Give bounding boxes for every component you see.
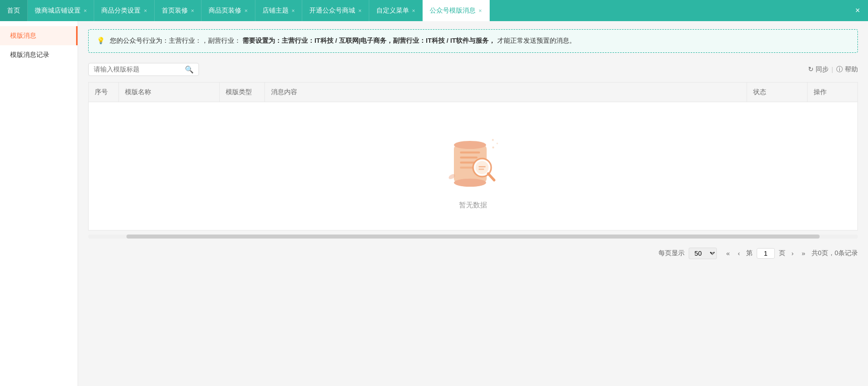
page-size-label: 每页显示 <box>658 249 685 258</box>
nav-tab-shop-theme[interactable]: 店铺主题 × <box>255 0 302 21</box>
svg-point-14 <box>497 142 498 144</box>
page-number-input[interactable] <box>757 248 775 259</box>
sync-icon: ↻ <box>808 65 814 73</box>
svg-rect-12 <box>479 169 484 170</box>
last-page-button[interactable]: » <box>799 249 807 258</box>
svg-point-9 <box>476 161 489 174</box>
empty-illustration: ✦ <box>443 132 503 193</box>
col-index: 序号 <box>89 82 119 102</box>
col-type: 模版类型 <box>220 82 265 102</box>
horizontal-scrollbar[interactable] <box>88 235 858 239</box>
notice-highlight: 需要设置为：主营行业：IT科技 / 互联网|电子商务，副营行业：IT科技 / I… <box>242 37 495 44</box>
svg-point-13 <box>492 146 494 148</box>
close-tab-shop-theme[interactable]: × <box>292 8 295 14</box>
notice-box: 💡 您的公众号行业为：主营行业：，副营行业： 需要设置为：主营行业：IT科技 /… <box>88 29 858 53</box>
table-header-row: 序号 模版名称 模版类型 消息内容 状态 操作 <box>89 82 858 102</box>
sync-button[interactable]: ↻ 同步 <box>808 65 829 74</box>
col-content: 消息内容 <box>265 82 747 102</box>
nav-tab-home[interactable]: 首页 <box>0 0 28 21</box>
sidebar: 模版消息 模版消息记录 <box>0 21 78 386</box>
toolbar-right: ↻ 同步 | ⓘ 帮助 <box>808 65 858 74</box>
close-tab-custom-menu[interactable]: × <box>412 8 415 14</box>
total-label: 共0页，0条记录 <box>812 249 858 258</box>
col-status: 状态 <box>747 82 808 102</box>
close-tab-home-decor[interactable]: × <box>191 8 194 14</box>
toolbar-divider: | <box>832 65 833 73</box>
first-page-button[interactable]: « <box>724 249 731 258</box>
svg-point-3 <box>454 179 486 187</box>
svg-text:✦: ✦ <box>491 138 495 142</box>
toolbar: 🔍 ↻ 同步 | ⓘ 帮助 <box>88 63 858 76</box>
search-icon[interactable]: 🔍 <box>185 65 193 73</box>
close-tab-product-decor[interactable]: × <box>244 8 247 14</box>
nav-tab-open-mall[interactable]: 开通公众号商城 × <box>302 0 369 21</box>
close-all-button[interactable]: × <box>847 6 868 15</box>
sidebar-item-template-msg[interactable]: 模版消息 <box>0 26 78 45</box>
empty-text: 暂无数据 <box>89 201 857 210</box>
help-icon: ⓘ <box>836 65 843 74</box>
svg-line-10 <box>488 174 494 180</box>
search-box: 🔍 <box>88 63 199 76</box>
sidebar-item-template-msg-log[interactable]: 模版消息记录 <box>0 45 78 64</box>
search-input[interactable] <box>94 65 183 73</box>
nav-tab-home-decor[interactable]: 首页装修 × <box>155 0 202 21</box>
data-table: 序号 模版名称 模版类型 消息内容 状态 操作 <box>88 82 858 230</box>
svg-rect-4 <box>460 151 480 153</box>
top-nav: 首页 微商城店铺设置 × 商品分类设置 × 首页装修 × 商品页装修 × 店铺主… <box>0 0 868 21</box>
nav-tab-product-category[interactable]: 商品分类设置 × <box>94 0 154 21</box>
empty-row: ✦ 暂无数据 <box>89 102 858 230</box>
prev-page-button[interactable]: ‹ <box>736 249 742 258</box>
col-action: 操作 <box>808 82 858 102</box>
nav-tab-shop-settings[interactable]: 微商城店铺设置 × <box>28 0 94 21</box>
close-tab-open-mall[interactable]: × <box>358 8 361 14</box>
close-tab-template-msg[interactable]: × <box>479 8 482 14</box>
empty-state: ✦ 暂无数据 <box>89 102 857 230</box>
close-tab-shop-settings[interactable]: × <box>84 8 87 14</box>
col-name: 模版名称 <box>119 82 220 102</box>
next-page-button[interactable]: › <box>789 249 795 258</box>
svg-rect-5 <box>460 157 478 159</box>
svg-rect-11 <box>479 166 486 168</box>
notice-icon: 💡 <box>97 37 105 44</box>
page-unit: 页 <box>779 249 785 258</box>
nav-tab-product-decor[interactable]: 商品页装修 × <box>202 0 255 21</box>
pagination: 每页显示 50 10 20 100 ▼ « ‹ 第 页 › » 共0页，0条记录 <box>88 243 858 264</box>
close-tab-product-category[interactable]: × <box>144 8 147 14</box>
nav-tab-template-msg[interactable]: 公众号模版消息 × <box>423 0 489 21</box>
nav-tab-custom-menu[interactable]: 自定义菜单 × <box>369 0 423 21</box>
page-label: 第 <box>746 249 753 258</box>
page-size-select[interactable]: 50 10 20 100 <box>689 248 717 259</box>
content-area: 💡 您的公众号行业为：主营行业：，副营行业： 需要设置为：主营行业：IT科技 /… <box>78 21 868 386</box>
scrollbar-thumb[interactable] <box>126 235 819 239</box>
svg-point-2 <box>454 141 486 149</box>
main-layout: 模版消息 模版消息记录 💡 您的公众号行业为：主营行业：，副营行业： 需要设置为… <box>0 21 868 386</box>
help-button[interactable]: ⓘ 帮助 <box>836 65 858 74</box>
